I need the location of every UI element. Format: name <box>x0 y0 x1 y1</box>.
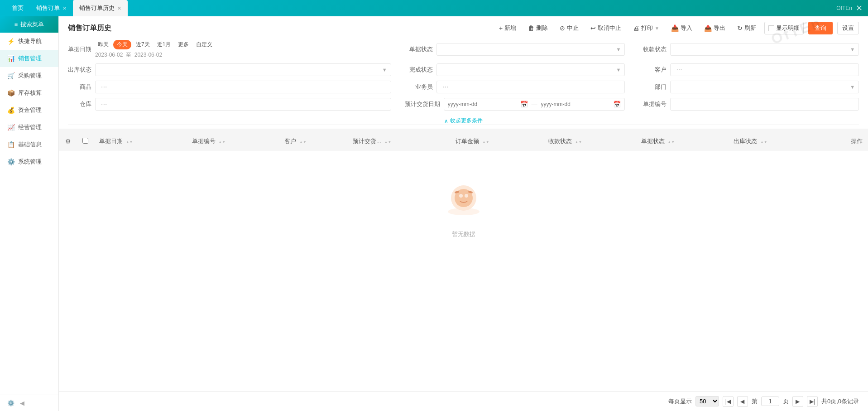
dept-chevron: ▼ <box>850 84 855 90</box>
expected-date-from[interactable]: 📅 — 📅 <box>444 98 625 111</box>
stop-button[interactable]: ⊘ 中止 <box>556 22 582 34</box>
page-title-row: 销售订单历史 + 新增 🗑 删除 ⊘ 中止 ↩ <box>68 22 859 34</box>
sidebar-item-sales-mgmt[interactable]: 📊 销售管理 <box>0 50 58 67</box>
th-amount[interactable]: 订单金额 ▲▼ <box>450 133 543 150</box>
query-button[interactable]: 查询 <box>808 22 833 34</box>
goods-control[interactable]: ··· <box>95 81 391 93</box>
order-no-control[interactable] <box>670 98 859 111</box>
filter-salesperson: 业务员 ··· <box>405 81 625 93</box>
next-page-btn[interactable]: ▶ <box>792 396 803 407</box>
sidebar-item-label: 库存核算 <box>18 89 42 97</box>
cancel-stop-button[interactable]: ↩ 取消中止 <box>587 22 625 34</box>
goods-dots[interactable]: ··· <box>101 83 107 91</box>
tab-sales-history[interactable]: 销售订单历史 ✕ <box>73 0 128 16</box>
sidebar-item-ops[interactable]: 📈 经营管理 <box>0 119 58 136</box>
expected-date-to-input[interactable] <box>541 101 610 107</box>
close-window-icon[interactable]: ✕ <box>856 3 863 13</box>
th-expected-date[interactable]: 预计交货... ▲▼ <box>347 133 450 150</box>
first-page-btn[interactable]: |◀ <box>723 396 734 407</box>
last-page-btn[interactable]: ▶| <box>807 396 818 407</box>
logo-text[interactable]: 搜索菜单 <box>20 20 44 29</box>
cancel-stop-label: 取消中止 <box>598 24 621 32</box>
dept-control[interactable]: ▼ <box>670 81 859 93</box>
query-label: 查询 <box>815 24 826 32</box>
page-input[interactable] <box>761 396 779 406</box>
filter-date: 单据日期 昨天 今天 近7天 近1月 更多 自定义 2023 <box>68 40 391 59</box>
customer-dots[interactable]: ··· <box>676 66 682 74</box>
expected-date-from-input[interactable] <box>448 101 517 107</box>
ship-sort-icon[interactable]: ▲▼ <box>760 140 767 144</box>
capital-icon: 💰 <box>7 106 14 114</box>
doc-sort-icon[interactable]: ▲▼ <box>667 140 675 144</box>
date-tab-today[interactable]: 今天 <box>113 40 131 49</box>
tab-home[interactable]: 首页 <box>5 0 30 16</box>
calendar-to-icon[interactable]: 📅 <box>613 101 621 108</box>
prev-page-btn[interactable]: ◀ <box>737 396 748 407</box>
import-button[interactable]: 📥 导入 <box>667 22 696 34</box>
sidebar: ≡ 搜索菜单 ⚡ 快捷导航 📊 销售管理 🛒 采购管理 📦 库存核算 💰 资金管… <box>0 16 59 411</box>
doc-status-control[interactable]: ▼ <box>436 43 625 56</box>
sidebar-settings-icon[interactable]: ⚙️ <box>7 400 14 406</box>
sidebar-item-basic-info[interactable]: 📋 基础信息 <box>0 136 58 153</box>
th-ship-status[interactable]: 出库状态 ▲▼ <box>728 133 821 150</box>
expected-sort-icon[interactable]: ▲▼ <box>384 140 391 144</box>
amount-sort-icon[interactable]: ▲▼ <box>482 140 489 144</box>
doc-status-chevron: ▼ <box>616 47 621 52</box>
order-no-input[interactable] <box>674 101 855 108</box>
collapse-btn[interactable]: ∧ 收起更多条件 <box>444 117 483 125</box>
display-checkbox[interactable] <box>768 25 774 31</box>
sidebar-item-purchase-mgmt[interactable]: 🛒 采购管理 <box>0 67 58 84</box>
sidebar-item-inventory[interactable]: 📦 库存核算 <box>0 84 58 102</box>
filter-row-1: 单据日期 昨天 今天 近7天 近1月 更多 自定义 2023 <box>68 40 859 59</box>
export-button[interactable]: 📤 导出 <box>700 22 729 34</box>
th-check[interactable] <box>77 133 94 150</box>
delete-label: 删除 <box>536 24 548 32</box>
refresh-button[interactable]: ↻ 刷新 <box>734 22 760 34</box>
sidebar-item-capital[interactable]: 💰 资金管理 <box>0 102 58 119</box>
order-no-label: 单据编号 <box>638 100 670 108</box>
date-tab-more[interactable]: 更多 <box>175 40 192 49</box>
warehouse-control[interactable]: ··· <box>95 98 391 111</box>
sidebar-item-sys-mgmt[interactable]: ⚙️ 系统管理 <box>0 153 58 170</box>
settings-gear-icon[interactable]: ⚙ <box>65 138 71 145</box>
th-payment-status[interactable]: 收款状态 ▲▼ <box>543 133 636 150</box>
date-tab-1month[interactable]: 近1月 <box>154 40 174 49</box>
salesperson-control[interactable]: ··· <box>436 81 625 93</box>
date-tab-custom[interactable]: 自定义 <box>193 40 215 49</box>
empty-state: 暂无数据 <box>59 150 868 266</box>
th-no[interactable]: 单据编号 ▲▼ <box>187 133 279 150</box>
tab-sales-history-close[interactable]: ✕ <box>117 5 121 11</box>
th-doc-status[interactable]: 单据状态 ▲▼ <box>636 133 729 150</box>
tab-sales-order-close[interactable]: ✕ <box>62 5 67 11</box>
main-layout: ≡ 搜索菜单 ⚡ 快捷导航 📊 销售管理 🛒 采购管理 📦 库存核算 💰 资金管… <box>0 16 868 411</box>
display-detail-btn[interactable]: 显示明细 <box>764 22 804 34</box>
per-page-select[interactable]: 50 20 100 <box>695 396 719 406</box>
payment-sort-icon[interactable]: ▲▼ <box>575 140 582 144</box>
no-sort-icon[interactable]: ▲▼ <box>218 140 225 144</box>
tab-sales-order[interactable]: 销售订单 ✕ <box>30 0 73 16</box>
calendar-from-icon[interactable]: 📅 <box>520 101 528 108</box>
th-settings[interactable]: ⚙ <box>59 133 77 150</box>
date-tab-yesterday[interactable]: 昨天 <box>95 40 111 49</box>
select-all-checkbox[interactable] <box>82 138 88 144</box>
add-button[interactable]: + 新增 <box>495 22 520 34</box>
print-button[interactable]: 🖨 打印 ▼ <box>629 22 663 34</box>
date-sort-icon[interactable]: ▲▼ <box>126 140 133 144</box>
sidebar-collapse-icon[interactable]: ◀ <box>20 400 24 406</box>
sidebar-item-quick-nav[interactable]: ⚡ 快捷导航 <box>0 33 58 50</box>
th-date[interactable]: 单据日期 ▲▼ <box>94 133 187 150</box>
settings-button[interactable]: 设置 <box>837 22 859 34</box>
warehouse-dots[interactable]: ··· <box>101 100 107 108</box>
salesperson-dots[interactable]: ··· <box>442 83 448 91</box>
customer-control[interactable]: ··· <box>670 63 859 76</box>
date-tab-7days[interactable]: 近7天 <box>133 40 153 49</box>
complete-status-control[interactable]: ▼ <box>436 63 625 76</box>
payment-status-control[interactable]: ▼ <box>670 43 859 56</box>
print-icon: 🖨 <box>633 24 639 32</box>
th-customer[interactable]: 客户 ▲▼ <box>279 133 347 150</box>
ship-status-control[interactable]: ▼ <box>95 63 391 76</box>
customer-sort-icon[interactable]: ▲▼ <box>299 140 307 144</box>
sidebar-item-label: 系统管理 <box>18 158 42 166</box>
delete-button[interactable]: 🗑 删除 <box>524 22 551 34</box>
filter-warehouse: 仓库 ··· <box>68 98 391 111</box>
